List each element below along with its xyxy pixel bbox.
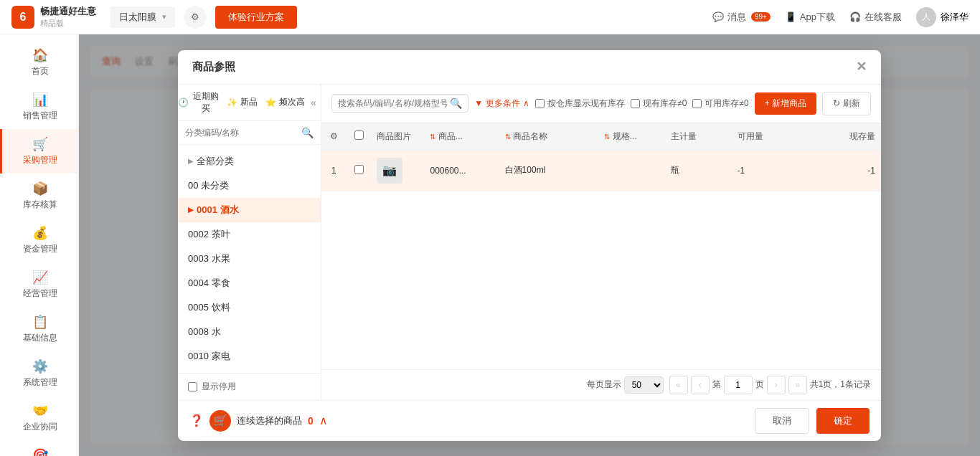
cat-item-uncat[interactable]: 00 未分类 [178,174,321,198]
help-icon[interactable]: ❓ [189,414,204,427]
sidebar-item-biz[interactable]: 📈 经营管理 [0,262,78,307]
refresh-button[interactable]: ↻ 刷新 [822,92,871,115]
cancel-button[interactable]: 取消 [755,408,809,434]
page-prev-btn[interactable]: ‹ [691,376,710,394]
cart-icon[interactable]: 🛒 [209,410,231,432]
per-page-select[interactable]: 20 50 100 [624,376,664,394]
dialog-overlay: 商品参照 ✕ 🕐 近期购买 ✨ [79,34,980,456]
app-download-item[interactable]: 📱 App下载 [785,11,835,24]
category-list: ▶ 全部分类 00 未分类 ▶ 0001 酒水 0002 茶 [178,145,321,373]
user-avatar-area[interactable]: 人 徐泽华 [916,7,969,27]
cat-item-all[interactable]: ▶ 全部分类 [178,149,321,174]
search-icon[interactable]: 🔍 [450,98,462,109]
collapse-footer-icon[interactable]: ∧ [319,414,328,427]
gear-icon[interactable]: ⚙ [184,6,207,29]
col-img-header: 商品图片 [371,123,424,151]
row-checkbox[interactable] [354,165,364,174]
footer-right: 取消 确定 [755,408,870,434]
sidebar-item-finance[interactable]: 💰 资金管理 [0,218,78,262]
category-panel: 🕐 近期购买 ✨ 新品 ⭐ 频次高 « [178,85,321,400]
page-next-btn[interactable]: › [767,376,786,394]
product-table: ⚙ 商品图片 ⇅ [321,123,881,191]
cat-item-liquor[interactable]: ▶ 0001 酒水 [178,198,321,222]
add-product-button[interactable]: + 新增商品 [755,92,816,115]
checkbox-warehouse-label[interactable]: 按仓库显示现有库存 [547,98,625,110]
close-icon[interactable]: ✕ [856,60,867,73]
brand-info: 畅捷通好生意 精品版 [40,5,96,29]
cat-tab-recent[interactable]: 🕐 近期购买 [178,85,221,120]
checkbox-available-label[interactable]: 可用库存≠0 [705,98,748,110]
checkbox-current[interactable] [631,99,640,108]
checkbox-current-label[interactable]: 现有库存≠0 [643,98,687,110]
filter-label: 更多条件 [486,98,520,110]
continuous-text: 连续选择的商品 [237,414,302,427]
message-item[interactable]: 💬 消息 99+ [712,11,771,24]
cat-item-appliance[interactable]: 0010 家电 [178,344,321,369]
col-settings[interactable]: ⚙ [321,123,347,151]
cat-item-tea[interactable]: 0002 茶叶 [178,222,321,247]
cat-item-water[interactable]: 0008 水 [178,320,321,344]
row-checkbox-cell[interactable] [347,150,372,191]
cat-label-uncat: 00 未分类 [188,179,229,192]
purchase-icon: 🛒 [32,136,48,152]
checkbox-warehouse[interactable] [535,99,545,108]
checkbox-warehouse-item[interactable]: 按仓库显示现有库存 [535,98,625,110]
checkbox-available-item[interactable]: 可用库存≠0 [692,98,748,110]
new-icon: ✨ [227,98,237,108]
row-code[interactable]: 000600... [424,150,499,191]
basic-icon: 📋 [32,314,48,330]
sidebar-item-inventory[interactable]: 📦 库存核算 [0,174,78,218]
trial-button[interactable]: 体验行业方案 [215,6,297,29]
sidebar-item-home[interactable]: 🏠 首页 [0,40,78,85]
sidebar-item-guide[interactable]: 🎯 新手引导 [0,440,78,456]
page-label: 第 [712,379,721,391]
nav-right: 💬 消息 99+ 📱 App下载 🎧 在线客服 人 徐泽华 [712,7,969,27]
row-num: 1 [321,150,347,191]
sidebar-item-system[interactable]: ⚙️ 系统管理 [0,351,78,396]
message-badge: 99+ [751,12,771,22]
select-all-checkbox[interactable] [354,130,364,140]
col-name-header[interactable]: ⇅ 商品名称 [499,123,599,151]
nav-dropdown[interactable]: 日太阳膜 ▾ [110,6,175,28]
cat-tab-freq[interactable]: ⭐ 频次高 [263,85,306,120]
cat-label-fruit: 0003 水果 [188,252,230,265]
dialog-footer: ❓ 🛒 连续选择的商品 0 ∧ 取消 确定 [178,400,881,441]
sidebar-item-collab[interactable]: 🤝 企业协同 [0,396,78,440]
sidebar-item-sales[interactable]: 📊 销售管理 [0,85,78,129]
checkbox-current-item[interactable]: 现有库存≠0 [631,98,687,110]
row-name[interactable]: 白酒100ml [499,150,599,191]
category-search-input[interactable] [185,128,297,138]
collapse-panel-btn[interactable]: « [306,85,321,120]
filter-button[interactable]: ▼ 更多条件 ∧ [474,98,529,110]
page-last-btn[interactable]: » [788,376,807,394]
cat-item-drink[interactable]: 0005 饮料 [178,295,321,320]
page-first-btn[interactable]: « [669,376,688,394]
toolbar-row: 🔍 ▼ 更多条件 ∧ 按仓库显示现有库存 [321,85,881,123]
row-available: -1 [732,150,806,191]
show-disabled-checkbox[interactable] [188,382,197,391]
row-stock: -1 [806,150,881,191]
guide-icon: 🎯 [32,447,48,456]
selected-count: 0 [308,415,314,427]
finance-icon: 💰 [32,225,48,241]
sidebar-item-purchase[interactable]: 🛒 采购管理 [0,129,78,174]
col-spec-header[interactable]: ⇅ 规格... [598,123,665,151]
product-search-input[interactable] [338,98,447,108]
checkbox-available[interactable] [692,99,702,108]
cat-item-snack[interactable]: 0004 零食 [178,271,321,295]
page-input[interactable] [724,376,753,394]
cat-item-fruit[interactable]: 0003 水果 [178,247,321,271]
confirm-button[interactable]: 确定 [816,408,870,434]
refresh-label: 刷新 [843,98,860,110]
cat-tab-new[interactable]: ✨ 新品 [221,85,264,120]
col-stock-header: 现存量 [806,123,881,151]
sidebar-item-basic[interactable]: 📋 基础信息 [0,307,78,351]
col-code-header[interactable]: ⇅ 商品... [424,123,499,151]
star-icon: ⭐ [265,98,276,108]
category-search-icon[interactable]: 🔍 [301,127,314,138]
category-search-row: 🔍 [178,121,321,145]
show-disabled-label[interactable]: 显示停用 [202,381,236,393]
table-header-row: ⚙ 商品图片 ⇅ [321,123,881,151]
brand-edition: 精品版 [40,18,96,29]
online-service-item[interactable]: 🎧 在线客服 [849,11,902,24]
